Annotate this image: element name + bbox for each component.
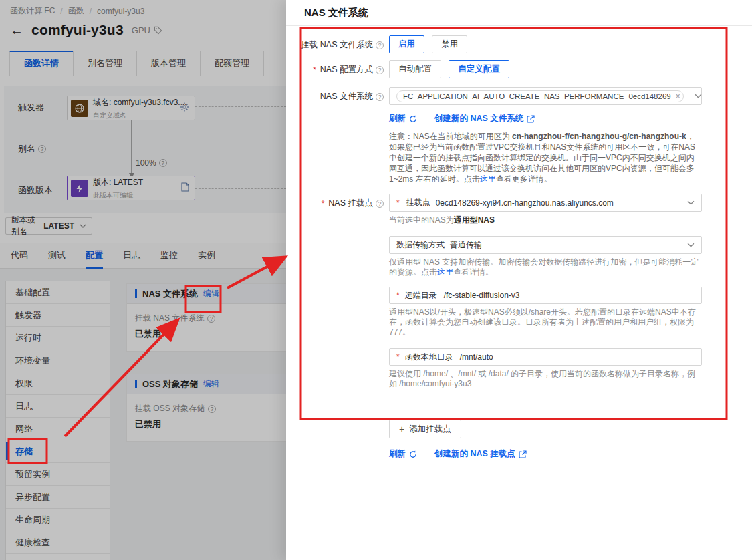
chevron-down-icon (687, 243, 695, 247)
help-icon[interactable]: ? (376, 41, 384, 49)
tab-monitoring[interactable]: 监控 (160, 243, 178, 269)
sidebar-item-network[interactable]: 网络 (6, 418, 110, 440)
trigger-dash-line (195, 106, 286, 107)
tab-instances[interactable]: 实例 (198, 243, 215, 269)
create-nas-fs-link[interactable]: 创建新的 NAS 文件系统 (434, 113, 535, 124)
sidebar-item-env-vars[interactable]: 环境变量 (6, 349, 110, 372)
tab-function-detail[interactable]: 函数详情 (9, 51, 74, 76)
function-tabs: 代码 测试 配置 日志 监控 实例 (0, 243, 286, 269)
tab-version-management[interactable]: 版本管理 (136, 51, 201, 76)
page-title: comfyui-y3u3 (31, 22, 124, 38)
nas-fs-select[interactable]: FC_APPLICATION_AI_AUTO_CREATE_NAS_PERFOR… (389, 87, 702, 105)
sidebar-item-permissions[interactable]: 权限 (6, 372, 110, 395)
local-dir-value: /mnt/auto (460, 352, 493, 362)
transfer-mode-select[interactable]: 数据传输方式 普通传输 (389, 236, 702, 254)
nas-fs-row: NAS 文件系统? FC_APPLICATION_AI_AUTO_CREATE_… (286, 87, 752, 184)
oss-mount-field-value: 已禁用 (135, 418, 286, 430)
breadcrumb-app[interactable]: 函数计算 FC (10, 5, 55, 17)
sidebar-item-logs[interactable]: 日志 (6, 395, 110, 418)
nas-card-header: NAS 文件系统 编辑 (127, 284, 286, 304)
oss-edit-link[interactable]: 编辑 (203, 378, 219, 390)
nas-type-hint: 当前选中的NAS为通用型NAS (389, 215, 702, 225)
oss-card: OSS 对象存储 编辑 挂载 OSS 对象存储 ? 已禁用 (127, 374, 286, 441)
sidebar-item-async-config[interactable]: 异步配置 (6, 486, 110, 509)
accent-bar (135, 289, 137, 298)
nas-card: NAS 文件系统 编辑 挂载 NAS 文件系统 ? 已禁用 (127, 284, 286, 351)
refresh-mount-points-link[interactable]: 刷新 (389, 448, 417, 460)
breadcrumb-separator: / (60, 7, 62, 16)
help-icon[interactable]: ? (376, 66, 384, 74)
version-node-title: 版本: LATEST (93, 178, 143, 187)
create-mount-point-link[interactable]: 创建新的 NAS 挂载点 (434, 448, 527, 460)
sidebar-item-lifecycle[interactable]: 生命周期 (6, 509, 110, 531)
version-dash-line (195, 188, 286, 189)
local-dir-hint: 建议使用 /home/ 、/mnt/ 或 /data/ 的子目录，使用当前的函数… (389, 369, 702, 389)
mount-group-divider (389, 398, 702, 398)
document-icon[interactable] (181, 182, 189, 194)
sidebar-item-storage[interactable]: 存储 (6, 440, 110, 463)
tab-quota-management[interactable]: 配额管理 (200, 51, 264, 76)
custom-domain-node[interactable]: 域名: comfyui-y3u3.fcv3.... 自定义域名 (67, 96, 195, 120)
chevron-down-icon (695, 94, 702, 98)
oss-card-body: 挂载 OSS 对象存储 ? 已禁用 (127, 394, 286, 439)
mount-point-field-label: 挂载点 (406, 197, 430, 208)
tab-code[interactable]: 代码 (11, 243, 28, 269)
help-icon[interactable]: ? (207, 315, 215, 323)
remote-dir-field-label: 远端目录 (405, 290, 437, 301)
routing-graph: 触发器 别名 ? 函数版本 域名: comfyui-y3u3 (4, 86, 286, 213)
page-tabs: 函数详情 别名管理 版本管理 配额管理 (10, 51, 264, 76)
add-mount-point-button[interactable]: + 添加挂载点 (389, 420, 461, 438)
remote-dir-input[interactable]: * 远端目录 /fc-stable-diffusion-v3 (389, 287, 702, 304)
remove-tag-icon[interactable]: × (676, 92, 680, 101)
domain-node-subtitle: 自定义域名 (93, 112, 126, 119)
enable-button[interactable]: 启用 (389, 35, 424, 53)
refresh-icon (409, 450, 417, 458)
tab-logs[interactable]: 日志 (123, 243, 140, 269)
function-detail-page: 函数计算 FC / 函数 / comfyui-y3u3 ← comfyui-y3… (0, 0, 286, 560)
sidebar-item-runtime[interactable]: 运行时 (6, 327, 110, 349)
trigger-row-label: 触发器 (18, 102, 44, 114)
tab-alias-management[interactable]: 别名管理 (73, 51, 137, 76)
help-icon[interactable]: ? (38, 145, 46, 153)
transfer-mode-hint: 仅通用型 NAS 支持加密传输。加密传输会对数据传输路径进行加密，但是可能消耗一… (389, 257, 702, 277)
transfer-details-link[interactable]: 这里 (437, 267, 453, 277)
config-mode-label: *NAS 配置方式? (286, 60, 389, 76)
nas-mount-field-label: 挂载 NAS 文件系统 ? (135, 313, 286, 324)
breadcrumb-separator: / (90, 7, 92, 16)
mount-point-select[interactable]: * 挂载点 0ecd148269-xyi94.cn-hangzhou.nas.a… (389, 194, 702, 212)
local-dir-field-label: 函数本地目录 (405, 352, 453, 363)
refresh-link[interactable]: 刷新 (389, 113, 417, 124)
nas-fs-tag-id: 0ecd148269 (628, 92, 670, 100)
sidebar-item-basic-config[interactable]: 基础配置 (6, 281, 110, 304)
nas-edit-link[interactable]: 编辑 (203, 288, 219, 299)
drawer-body: 挂载 NAS 文件系统? 启用 禁用 *NAS 配置方式? 自动配置 自定义配置 (286, 26, 752, 460)
disable-button[interactable]: 禁用 (432, 35, 467, 53)
help-icon[interactable]: ? (376, 200, 384, 208)
gear-icon[interactable] (180, 102, 189, 114)
more-details-link[interactable]: 这里 (480, 174, 496, 184)
tab-test[interactable]: 测试 (48, 243, 66, 269)
plus-icon: + (399, 424, 404, 434)
breadcrumb-section[interactable]: 函数 (68, 5, 84, 17)
version-or-alias-select[interactable]: 版本或别名 LATEST (5, 217, 92, 235)
tag-icon (154, 26, 162, 35)
custom-config-button[interactable]: 自定义配置 (449, 60, 509, 78)
drawer-title: NAS 文件系统 (304, 7, 368, 19)
mount-nas-row: 挂载 NAS 文件系统? 启用 禁用 (286, 35, 752, 53)
help-icon[interactable]: ? (208, 405, 216, 413)
nas-zone-note: 注意：NAS在当前地域的可用区为 cn-hangzhou-f/cn-hangzh… (389, 131, 702, 184)
sidebar-item-triggers[interactable]: 触发器 (6, 304, 110, 327)
help-icon[interactable]: ? (376, 93, 384, 101)
nas-fs-links: 刷新 创建新的 NAS 文件系统 (389, 113, 702, 124)
auto-config-button[interactable]: 自动配置 (389, 60, 441, 78)
tab-configuration[interactable]: 配置 (86, 243, 103, 269)
sidebar-item-reserved-instances[interactable]: 预留实例 (6, 463, 110, 486)
version-node[interactable]: 版本: LATEST 此版本可编辑 (67, 176, 195, 200)
local-dir-input[interactable]: * 函数本地目录 /mnt/auto (389, 348, 702, 366)
transfer-mode-value: 普通传输 (450, 239, 482, 251)
help-icon[interactable]: ? (159, 159, 167, 167)
back-arrow-icon[interactable]: ← (10, 23, 23, 37)
sidebar-item-health-check[interactable]: 健康检查 (6, 531, 110, 554)
version-select-label: 版本或别名 (11, 215, 38, 237)
remote-dir-hint: 通用型NAS以/开头，极速型NAS必须以/share开头。若您配置的目录在远端N… (389, 307, 702, 337)
